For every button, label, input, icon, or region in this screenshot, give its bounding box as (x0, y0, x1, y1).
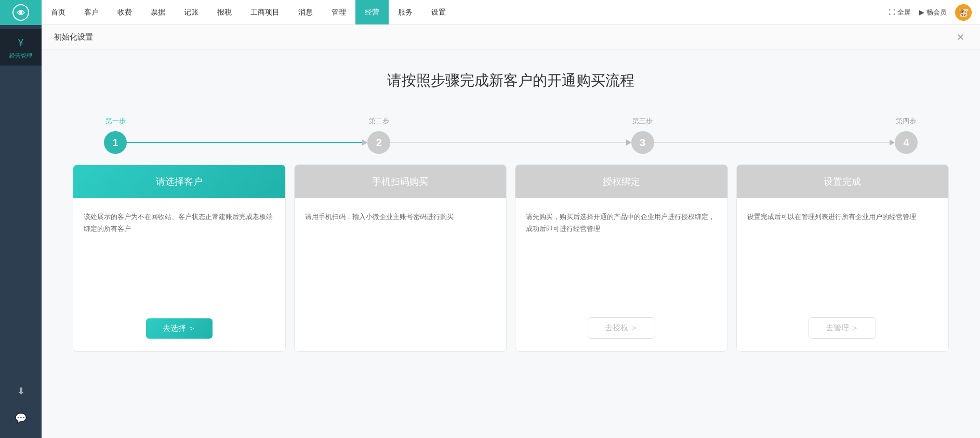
content-header: 初始化设置 ✕ (42, 25, 980, 50)
nav-home[interactable]: 首页 (42, 0, 75, 24)
step-1-label: 第一步 (105, 117, 126, 126)
step-1-circle: 1 (104, 131, 127, 154)
nav-tax[interactable]: 报税 (208, 0, 241, 24)
nav-fee[interactable]: 收费 (108, 0, 141, 24)
nav-account[interactable]: 记账 (175, 0, 208, 24)
card-1: 请选择客户 该处展示的客户为不在回收站、客户状态正常建账后完成老板端绑定的所有客… (73, 164, 286, 352)
sidebar-item-operation[interactable]: ¥ 经营管理 (0, 29, 42, 66)
setup-content: 请按照步骤完成新客户的开通购买流程 第一步 1 第二步 2 (42, 50, 980, 438)
nav-customer[interactable]: 客户 (75, 0, 108, 24)
card-3: 授权绑定 请先购买，购买后选择开通的产品中的企业用户进行授权绑定，成功后即可进行… (515, 164, 728, 352)
step-2-label: 第二步 (369, 117, 389, 126)
card-4-body: 设置完成后可以在管理列表进行所有企业用户的经营管理 (737, 198, 949, 309)
card-1-footer: 去选择 ＞ (73, 310, 285, 351)
fullscreen-icon: ⛶ (889, 8, 895, 16)
sidebar-icon-yen: ¥ (14, 35, 28, 50)
member-btn[interactable]: ▶ 畅会员 (919, 8, 947, 17)
go-authorize-button[interactable]: 去授权 ＞ (588, 317, 655, 339)
sidebar-chat[interactable]: 💬 (0, 405, 42, 432)
step-2-circle: 2 (367, 131, 390, 154)
page-title: 初始化设置 (54, 32, 93, 42)
top-nav: 首页 客户 收费 票据 记账 报税 工商项目 消息 管理 经营 服务 设置 ⛶ … (0, 0, 980, 25)
steps-row: 第一步 1 第二步 2 (73, 117, 949, 154)
connector-1 (127, 139, 367, 146)
step-4-wrapper: 第四步 4 (895, 117, 918, 154)
nav-business[interactable]: 工商项目 (241, 0, 289, 24)
nav-right: ⛶ 全屏 ▶ 畅会员 🐮 (889, 4, 980, 21)
card-4: 设置完成 设置完成后可以在管理列表进行所有企业用户的经营管理 去管理 ＞ (736, 164, 949, 352)
card-2-header: 手机扫码购买 (295, 165, 507, 198)
nav-items: 首页 客户 收费 票据 记账 报税 工商项目 消息 管理 经营 服务 设置 (42, 0, 889, 24)
logo-icon (12, 4, 29, 21)
card-2: 手机扫码购买 请用手机扫码，输入小微企业主账号密码进行购买 (294, 164, 507, 352)
nav-manage[interactable]: 管理 (322, 0, 355, 24)
nav-settings[interactable]: 设置 (422, 0, 455, 24)
chat-icon: 💬 (14, 411, 28, 426)
card-3-body: 请先购买，购买后选择开通的产品中的企业用户进行授权绑定，成功后即可进行经营管理 (515, 198, 727, 309)
go-manage-button[interactable]: 去管理 ＞ (809, 317, 876, 339)
cards-row: 请选择客户 该处展示的客户为不在回收站、客户状态正常建账后完成老板端绑定的所有客… (73, 164, 949, 352)
content-area: 初始化设置 ✕ 请按照步骤完成新客户的开通购买流程 第一步 1 第二步 (42, 25, 980, 438)
nav-service[interactable]: 服务 (389, 0, 422, 24)
card-1-body: 该处展示的客户为不在回收站、客户状态正常建账后完成老板端绑定的所有客户 (73, 198, 285, 310)
nav-logo (0, 0, 42, 25)
nav-message[interactable]: 消息 (289, 0, 322, 24)
sidebar-bottom: ⬇ 💬 (0, 378, 42, 438)
card-2-footer (295, 330, 507, 351)
step-4-label: 第四步 (896, 117, 916, 126)
main-layout: ¥ 经营管理 ⬇ 💬 初始化设置 ✕ 请按照步骤完成新客户的开通购买流程 第一步 (0, 25, 980, 438)
card-2-body: 请用手机扫码，输入小微企业主账号密码进行购买 (295, 198, 507, 330)
card-3-footer: 去授权 ＞ (515, 309, 727, 351)
connector-2 (390, 139, 631, 146)
connector-3 (654, 139, 895, 146)
card-3-header: 授权绑定 (515, 165, 727, 198)
step-2-wrapper: 第二步 2 (367, 117, 390, 154)
step-4-circle: 4 (895, 131, 918, 154)
svg-point-0 (19, 11, 22, 14)
step-1-wrapper: 第一步 1 (104, 117, 127, 154)
close-button[interactable]: ✕ (953, 30, 968, 45)
go-select-button[interactable]: 去选择 ＞ (146, 318, 213, 339)
card-1-header: 请选择客户 (73, 165, 285, 198)
avatar[interactable]: 🐮 (955, 4, 972, 21)
card-4-footer: 去管理 ＞ (737, 309, 949, 351)
fullscreen-btn[interactable]: ⛶ 全屏 (889, 8, 911, 17)
card-4-header: 设置完成 (737, 165, 949, 198)
nav-operation[interactable]: 经营 (355, 0, 389, 24)
sidebar: ¥ 经营管理 ⬇ 💬 (0, 25, 42, 438)
step-3-label: 第三步 (632, 117, 653, 126)
step-3-wrapper: 第三步 3 (631, 117, 654, 154)
play-icon: ▶ (919, 8, 924, 16)
download-icon: ⬇ (14, 384, 28, 398)
step-3-circle: 3 (631, 131, 654, 154)
setup-main-title: 请按照步骤完成新客户的开通购买流程 (73, 71, 949, 91)
sidebar-download[interactable]: ⬇ (0, 378, 42, 405)
nav-bill[interactable]: 票据 (141, 0, 175, 24)
